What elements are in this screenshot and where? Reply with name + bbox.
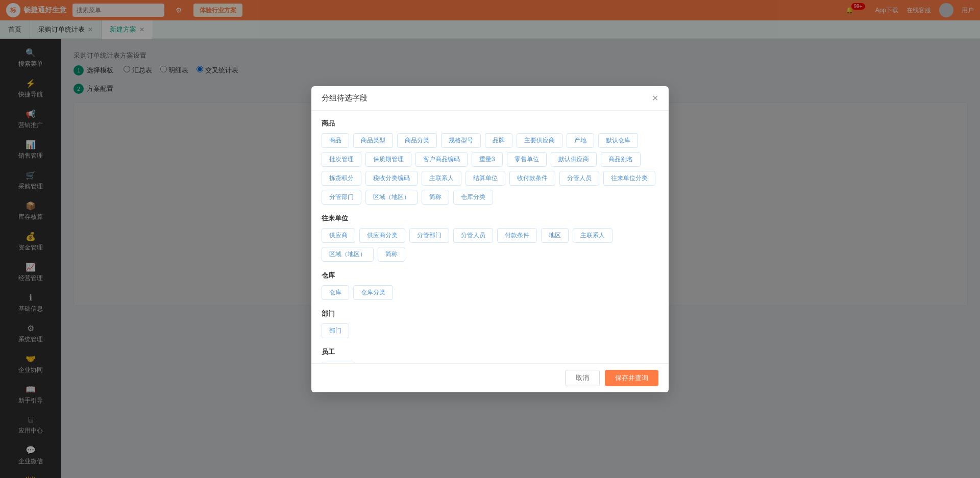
field-payment-cond[interactable]: 付款条件 — [497, 228, 537, 243]
modal-backdrop: 分组待选字段 ✕ 商品 商品 商品类型 商品分类 规格型号 品牌 主要供应商 产… — [0, 0, 980, 478]
product-fields: 商品 商品类型 商品分类 规格型号 品牌 主要供应商 产地 默认仓库 批次管理 … — [322, 133, 658, 205]
section-product-title: 商品 — [322, 119, 658, 128]
field-product-category[interactable]: 商品分类 — [397, 133, 437, 148]
field-abbr2[interactable]: 简称 — [378, 247, 405, 262]
field-partner-category[interactable]: 往来单位分类 — [603, 171, 655, 186]
field-default-warehouse[interactable]: 默认仓库 — [598, 133, 638, 148]
field-pick-points[interactable]: 拣货积分 — [322, 171, 361, 186]
field-supplier-category[interactable]: 供应商分类 — [359, 228, 405, 243]
section-product: 商品 商品 商品类型 商品分类 规格型号 品牌 主要供应商 产地 默认仓库 批次… — [322, 119, 658, 205]
field-product-type[interactable]: 商品类型 — [353, 133, 393, 148]
modal-header: 分组待选字段 ✕ — [311, 86, 669, 111]
dept-fields: 部门 — [322, 323, 658, 338]
field-main-supplier[interactable]: 主要供应商 — [517, 133, 562, 148]
field-customer-code[interactable]: 客户商品编码 — [415, 152, 468, 167]
section-department: 部门 部门 — [322, 309, 658, 338]
field-area[interactable]: 地区 — [541, 228, 569, 243]
field-brand[interactable]: 品牌 — [485, 133, 512, 148]
section-employee: 员工 业务员 — [322, 347, 658, 363]
modal-footer: 取消 保存并查询 — [311, 363, 669, 392]
field-product-alias[interactable]: 商品别名 — [601, 152, 641, 167]
field-manager[interactable]: 分管人员 — [559, 171, 599, 186]
field-warehouse[interactable]: 仓库 — [322, 285, 349, 300]
field-payment-terms[interactable]: 收付款条件 — [509, 171, 555, 186]
field-weight3[interactable]: 重量3 — [472, 152, 503, 167]
partner-fields: 供应商 供应商分类 分管部门 分管人员 付款条件 地区 主联系人 区域（地区） … — [322, 228, 658, 262]
cancel-button[interactable]: 取消 — [565, 370, 600, 386]
field-product[interactable]: 商品 — [322, 133, 349, 148]
warehouse-fields: 仓库 仓库分类 — [322, 285, 658, 300]
field-batch-mgmt[interactable]: 批次管理 — [322, 152, 361, 167]
field-warehouse-cat[interactable]: 仓库分类 — [353, 285, 393, 300]
field-spec-model[interactable]: 规格型号 — [441, 133, 481, 148]
section-employee-title: 员工 — [322, 347, 658, 357]
field-dept[interactable]: 分管部门 — [322, 190, 361, 205]
modal-body: 商品 商品 商品类型 商品分类 规格型号 品牌 主要供应商 产地 默认仓库 批次… — [311, 111, 669, 363]
field-default-supplier[interactable]: 默认供应商 — [551, 152, 597, 167]
field-settlement-unit[interactable]: 结算单位 — [465, 171, 505, 186]
field-dept2[interactable]: 分管部门 — [409, 228, 449, 243]
field-person2[interactable]: 分管人员 — [453, 228, 493, 243]
section-partner: 往来单位 供应商 供应商分类 分管部门 分管人员 付款条件 地区 主联系人 区域… — [322, 214, 658, 262]
modal-close-button[interactable]: ✕ — [652, 93, 658, 103]
field-contact2[interactable]: 主联系人 — [573, 228, 612, 243]
field-tax-code[interactable]: 税收分类编码 — [365, 171, 418, 186]
section-dept-title: 部门 — [322, 309, 658, 318]
field-abbr[interactable]: 简称 — [422, 190, 449, 205]
field-region[interactable]: 区域（地区） — [365, 190, 418, 205]
field-warehouse-category[interactable]: 仓库分类 — [453, 190, 493, 205]
section-warehouse: 仓库 仓库 仓库分类 — [322, 271, 658, 300]
field-department[interactable]: 部门 — [322, 323, 349, 338]
section-partner-title: 往来单位 — [322, 214, 658, 223]
section-warehouse-title: 仓库 — [322, 271, 658, 280]
modal-field-selector: 分组待选字段 ✕ 商品 商品 商品类型 商品分类 规格型号 品牌 主要供应商 产… — [311, 86, 669, 392]
field-origin[interactable]: 产地 — [567, 133, 594, 148]
field-region2[interactable]: 区域（地区） — [322, 247, 374, 262]
field-expiry-mgmt[interactable]: 保质期管理 — [365, 152, 411, 167]
field-main-contact[interactable]: 主联系人 — [422, 171, 461, 186]
save-button[interactable]: 保存并查询 — [605, 370, 658, 386]
field-retail-unit[interactable]: 零售单位 — [507, 152, 547, 167]
modal-title: 分组待选字段 — [322, 93, 368, 103]
field-supplier[interactable]: 供应商 — [322, 228, 355, 243]
